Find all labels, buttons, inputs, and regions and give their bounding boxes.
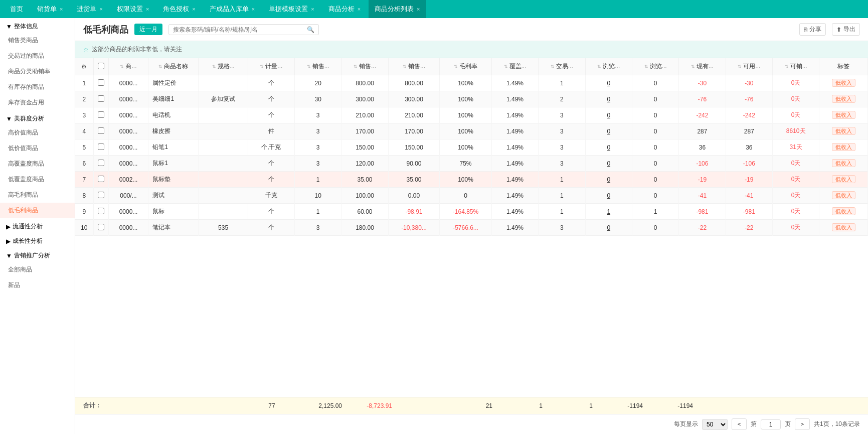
table-row[interactable]: 5 0000... 铅笔1 个,千克 3 150.00 150.00 100% …	[75, 139, 868, 156]
close-permission-icon[interactable]: ×	[146, 6, 149, 12]
sidebar-item-high-value[interactable]: 高价值商品	[0, 125, 75, 140]
nav-template[interactable]: 单据模板设置 ×	[263, 0, 320, 18]
sidebar-item-high-coverage[interactable]: 高覆盖度商品	[0, 156, 75, 172]
col-name[interactable]: ⇅商品名称	[148, 58, 199, 75]
close-product-icon[interactable]: ×	[252, 6, 255, 12]
cell-checkbox[interactable]	[93, 107, 108, 123]
row-checkbox[interactable]	[98, 192, 104, 198]
nav-product-entry[interactable]: 产成品入库单 ×	[204, 0, 261, 18]
close-goods-list-icon[interactable]: ×	[417, 6, 420, 12]
row-checkbox[interactable]	[98, 160, 104, 166]
col-gross-margin[interactable]: ⇅毛利率	[440, 58, 492, 75]
collapse-marketing-icon[interactable]: ▼	[6, 252, 12, 259]
nav-sales[interactable]: 销货单 ×	[31, 0, 69, 18]
sidebar-item-low-coverage[interactable]: 低覆盖度商品	[0, 172, 75, 187]
row-checkbox[interactable]	[98, 224, 104, 230]
col-coverage[interactable]: ⇅覆盖...	[491, 58, 538, 75]
cell-checkbox[interactable]	[93, 188, 108, 204]
export-button[interactable]: ⬆ 导出	[832, 23, 860, 36]
cell-checkbox[interactable]	[93, 75, 108, 91]
col-saleable[interactable]: ⇅可销...	[772, 58, 819, 75]
close-sales-icon[interactable]: ×	[60, 6, 63, 12]
collapse-cluster-icon[interactable]: ▼	[6, 115, 12, 122]
col-code[interactable]: ⇅商...	[108, 58, 148, 75]
table-row[interactable]: 1 0000... 属性定价 个 20 800.00 800.00 100% 1…	[75, 75, 868, 91]
cell-view1[interactable]: 0	[585, 172, 632, 188]
cell-view1[interactable]: 0	[585, 188, 632, 204]
sidebar-item-category-rate[interactable]: 商品分类助销率	[0, 64, 75, 79]
table-row[interactable]: 10 0000... 笔记本 535 个 3 180.00 -10,380...…	[75, 220, 868, 236]
cell-checkbox[interactable]	[93, 139, 108, 156]
col-view1[interactable]: ⇅浏览...	[585, 58, 632, 75]
row-checkbox[interactable]	[98, 176, 104, 182]
nav-role[interactable]: 角色授权 ×	[157, 0, 201, 18]
nav-purchase[interactable]: 进货单 ×	[71, 0, 108, 18]
share-button[interactable]: ⎘ 分享	[799, 23, 826, 36]
cell-view1[interactable]: 0	[585, 75, 632, 91]
cell-view1[interactable]: 0	[585, 220, 632, 236]
prev-page-button[interactable]: ＜	[732, 418, 747, 430]
row-checkbox[interactable]	[98, 208, 104, 214]
row-checkbox[interactable]	[98, 143, 104, 150]
nav-goods-analysis[interactable]: 商品分析 ×	[322, 0, 367, 18]
sidebar-item-capital[interactable]: 库存资金占用	[0, 95, 75, 110]
table-row[interactable]: 4 0000... 橡皮擦 件 3 170.00 170.00 100% 1.4…	[75, 123, 868, 139]
cell-checkbox[interactable]	[93, 220, 108, 236]
sidebar-item-high-margin[interactable]: 高毛利商品	[0, 187, 75, 203]
col-current-stock[interactable]: ⇅现有...	[679, 58, 726, 75]
cell-view1[interactable]: 0	[585, 139, 632, 156]
col-sale-price[interactable]: ⇅销售...	[341, 58, 388, 75]
sidebar-item-new-goods[interactable]: 新品	[0, 277, 75, 293]
cell-view1[interactable]: 0	[585, 123, 632, 139]
cell-checkbox[interactable]	[93, 123, 108, 139]
cell-view1[interactable]: 0	[585, 91, 632, 107]
row-checkbox[interactable]	[98, 111, 104, 118]
search-box[interactable]: 🔍	[168, 24, 319, 35]
nav-home[interactable]: 首页	[4, 0, 29, 18]
row-checkbox[interactable]	[98, 79, 104, 86]
table-row[interactable]: 2 0000... 吴细细1 参加复试 个 30 300.00 300.00 1…	[75, 91, 868, 107]
collapse-growth-icon[interactable]: ▶	[6, 238, 11, 245]
table-row[interactable]: 9 0000... 鼠标 个 1 60.00 -98.91 -164.85% 1…	[75, 204, 868, 220]
col-spec[interactable]: ⇅规格...	[199, 58, 248, 75]
col-checkbox[interactable]	[93, 58, 108, 75]
sidebar-item-all-goods[interactable]: 全部商品	[0, 262, 75, 277]
col-view2[interactable]: ⇅浏览...	[632, 58, 678, 75]
table-container[interactable]: ⚙ ⇅商... ⇅商品名称 ⇅规格...	[75, 58, 868, 397]
col-sale-qty[interactable]: ⇅销售...	[295, 58, 341, 75]
close-goods-analysis-icon[interactable]: ×	[358, 6, 361, 12]
cell-checkbox[interactable]	[93, 172, 108, 188]
period-button[interactable]: 近一月	[134, 24, 162, 35]
cell-view1[interactable]: 0	[585, 107, 632, 123]
col-sale-amount[interactable]: ⇅销售...	[388, 58, 440, 75]
search-icon[interactable]: 🔍	[307, 26, 314, 33]
col-tag[interactable]: 标签	[819, 58, 868, 75]
col-available[interactable]: ⇅可用...	[726, 58, 772, 75]
settings-icon[interactable]: ⚙	[81, 63, 87, 70]
table-row[interactable]: 8 000/... 测试 千克 10 100.00 0.00 0 1.49% 1…	[75, 188, 868, 204]
nav-permission[interactable]: 权限设置 ×	[111, 0, 155, 18]
nav-goods-analysis-list[interactable]: 商品分析列表 ×	[369, 0, 426, 18]
table-row[interactable]: 6 0000... 鼠标1 个 3 120.00 90.00 75% 1.49%…	[75, 156, 868, 172]
table-row[interactable]: 3 0000... 电话机 个 3 210.00 210.00 100% 1.4…	[75, 107, 868, 123]
sidebar-item-low-margin[interactable]: 低毛利商品	[0, 203, 75, 218]
col-trade[interactable]: ⇅交易...	[539, 58, 585, 75]
page-input[interactable]	[761, 419, 781, 429]
table-row[interactable]: 7 0002... 鼠标垫 个 1 35.00 35.00 100% 1.49%…	[75, 172, 868, 188]
search-input[interactable]	[173, 26, 307, 33]
sidebar-item-traded-goods[interactable]: 交易过的商品	[0, 48, 75, 64]
col-unit[interactable]: ⇅计量...	[248, 58, 294, 75]
row-checkbox[interactable]	[98, 127, 104, 134]
cell-view1[interactable]: 1	[585, 204, 632, 220]
col-settings[interactable]: ⚙	[75, 58, 93, 75]
sidebar-item-stock-goods[interactable]: 有库存的商品	[0, 79, 75, 95]
cell-checkbox[interactable]	[93, 91, 108, 107]
sidebar-item-sales-goods[interactable]: 销售类商品	[0, 33, 75, 48]
next-page-button[interactable]: ＞	[795, 418, 810, 430]
close-role-icon[interactable]: ×	[192, 6, 195, 12]
row-checkbox[interactable]	[98, 95, 104, 102]
cell-view1[interactable]: 0	[585, 156, 632, 172]
sidebar-item-low-value[interactable]: 低价值商品	[0, 140, 75, 156]
collapse-overall-icon[interactable]: ▼	[6, 23, 12, 30]
cell-checkbox[interactable]	[93, 156, 108, 172]
